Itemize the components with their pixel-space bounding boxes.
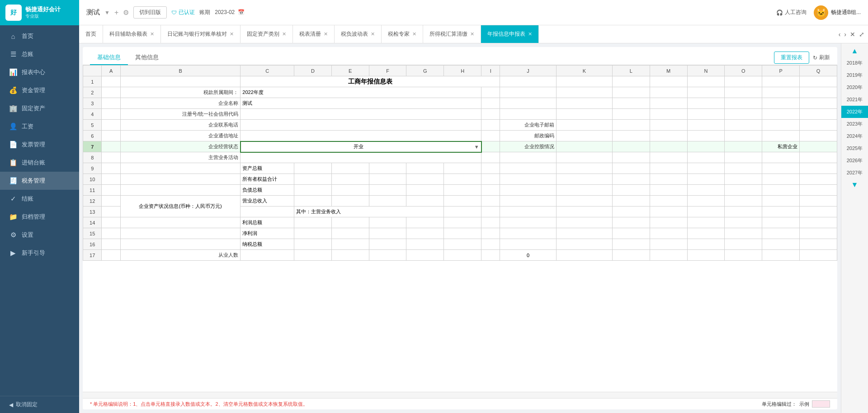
cell-10-q[interactable] [800, 174, 837, 185]
cell-16-q[interactable] [800, 239, 837, 250]
cell-6-i[interactable] [481, 131, 500, 141]
sidebar-item-capital[interactable]: 💰资金管理 [0, 81, 79, 99]
cell-7-c-dropdown[interactable]: 开业 ▼ [241, 141, 481, 152]
cell-11-b[interactable] [120, 185, 240, 196]
cell-1-n[interactable] [687, 76, 725, 87]
cell-5-k[interactable] [556, 120, 612, 131]
cell-16-j[interactable] [500, 239, 556, 250]
cell-17-p[interactable] [762, 250, 800, 261]
cell-6-a[interactable] [102, 131, 120, 141]
tab-home[interactable]: 首页 [79, 25, 103, 43]
cell-12-h[interactable] [444, 196, 481, 206]
cell-14-o[interactable] [725, 217, 762, 228]
cell-3-m[interactable] [650, 98, 687, 109]
year-item-2026年[interactable]: 2026年 [841, 155, 868, 167]
cell-6-p[interactable] [762, 131, 800, 141]
cell-2-k[interactable] [556, 87, 612, 98]
sidebar-item-home[interactable]: ⌂首页 [0, 27, 79, 45]
cell-15-l[interactable] [612, 228, 650, 239]
cell-16-c[interactable]: 纳税总额 [241, 239, 294, 250]
cell-16-f[interactable] [369, 239, 406, 250]
cell-6-m[interactable] [650, 131, 687, 141]
cell-13-o[interactable] [725, 206, 762, 217]
cell-4-k[interactable] [556, 109, 612, 120]
tab-scroll-right-icon[interactable]: › [844, 31, 846, 38]
cell-17-f[interactable] [369, 250, 406, 261]
cell-11-a[interactable] [102, 185, 120, 196]
year-item-2020年[interactable]: 2020年 [841, 81, 868, 94]
cell-17-e[interactable] [331, 250, 369, 261]
cell-13-m[interactable] [650, 206, 687, 217]
cell-14-m[interactable] [650, 217, 687, 228]
cell-17-j[interactable]: 0 [500, 250, 556, 261]
cell-10-o[interactable] [725, 174, 762, 185]
cell-4-l[interactable] [612, 109, 650, 120]
cell-10-i[interactable] [481, 174, 500, 185]
topbar-dropdown-icon[interactable]: ▼ [104, 9, 110, 16]
cell-2-c[interactable]: 2022年度 [241, 87, 481, 98]
cell-17-o[interactable] [725, 250, 762, 261]
cell-2-q[interactable] [800, 87, 837, 98]
cell-14-c[interactable]: 利润总额 [241, 217, 294, 228]
cell-15-c[interactable]: 净利润 [241, 228, 294, 239]
cell-16-l[interactable] [612, 239, 650, 250]
cell-7-j[interactable]: 企业控股情况 [500, 141, 556, 152]
tab-close-icon[interactable]: ✕ [282, 31, 286, 37]
cell-12-m[interactable] [650, 196, 687, 206]
cell-6-n[interactable] [687, 131, 725, 141]
cell-15-a[interactable] [102, 228, 120, 239]
cell-14-p[interactable] [762, 217, 800, 228]
cell-6-b[interactable]: 企业通信地址 [120, 131, 240, 141]
cell-5-b[interactable]: 企业联系电话 [120, 120, 240, 131]
tab-close-icon[interactable]: ✕ [470, 31, 474, 37]
topbar-add-icon[interactable]: + [114, 9, 118, 17]
cell-11-q[interactable] [800, 185, 837, 196]
cell-13-l[interactable] [612, 206, 650, 217]
cell-4-n[interactable] [687, 109, 725, 120]
cell-11-n[interactable] [687, 185, 725, 196]
cell-7-l[interactable] [612, 141, 650, 152]
cell-15-p[interactable] [762, 228, 800, 239]
cell-5-q[interactable] [800, 120, 837, 131]
sub-tab-other[interactable]: 其他信息 [128, 51, 166, 65]
cell-17-n[interactable] [687, 250, 725, 261]
cell-9-n[interactable] [687, 163, 725, 174]
cell-16-e[interactable] [331, 239, 369, 250]
cell-5-j[interactable]: 企业电子邮箱 [500, 120, 556, 131]
cell-9-i[interactable] [481, 163, 500, 174]
cell-14-e[interactable] [331, 217, 369, 228]
cell-12-i[interactable] [481, 196, 500, 206]
cell-10-c[interactable]: 所有者权益合计 [241, 174, 294, 185]
cell-5-p[interactable] [762, 120, 800, 131]
cell-16-h[interactable] [444, 239, 481, 250]
cell-16-m[interactable] [650, 239, 687, 250]
cell-14-k[interactable] [556, 217, 612, 228]
cell-17-g[interactable] [406, 250, 444, 261]
cell-17-c[interactable] [241, 250, 294, 261]
cell-12-j[interactable] [500, 196, 556, 206]
cell-8-l[interactable] [612, 152, 650, 163]
cell-14-j[interactable] [500, 217, 556, 228]
cell-7-n[interactable] [687, 141, 725, 152]
cell-16-a[interactable] [102, 239, 120, 250]
cell-12-g[interactable] [406, 196, 444, 206]
cell-5-i[interactable] [481, 120, 500, 131]
cell-9-o[interactable] [725, 163, 762, 174]
cell-3-c[interactable]: 测试 [241, 98, 481, 109]
tab-close-icon[interactable]: ✕ [150, 31, 154, 37]
cell-8-k[interactable] [556, 152, 612, 163]
tab-aux[interactable]: 科目辅助余额表✕ [103, 25, 161, 43]
cell-15-f[interactable] [369, 228, 406, 239]
cell-14-h[interactable] [444, 217, 481, 228]
cell-9-e[interactable] [331, 163, 369, 174]
cell-4-j[interactable] [500, 109, 556, 120]
cell-10-m[interactable] [650, 174, 687, 185]
year-item-2021年[interactable]: 2021年 [841, 94, 868, 106]
cell-14-d[interactable] [294, 217, 332, 228]
cell-15-h[interactable] [444, 228, 481, 239]
cell-15-j[interactable] [500, 228, 556, 239]
cell-13-j[interactable] [500, 206, 556, 217]
cell-15-k[interactable] [556, 228, 612, 239]
cell-17-l[interactable] [612, 250, 650, 261]
cell-16-i[interactable] [481, 239, 500, 250]
